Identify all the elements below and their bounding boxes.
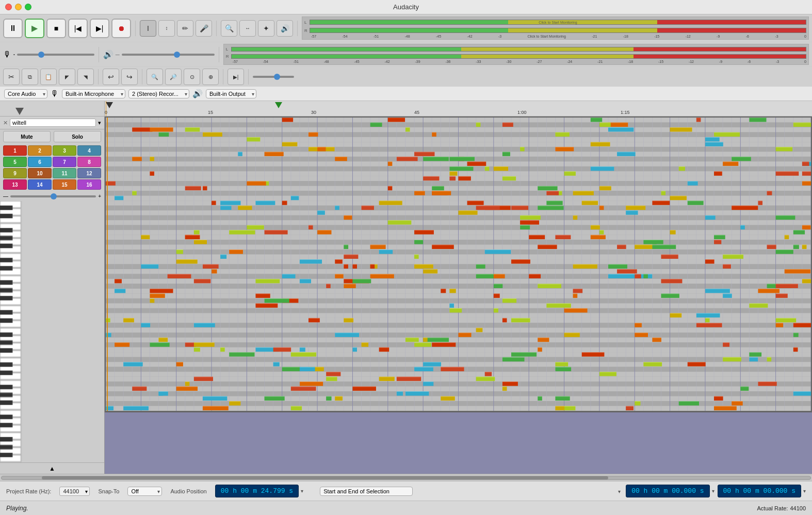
horizontal-scrollbar[interactable] xyxy=(0,474,812,481)
toolbar-row3: ✂ ⧉ 📋 ◤ ◥ ↩ ↪ 🔍 🔎 ⊙ ⊕ ▶| xyxy=(0,67,812,87)
envelope-tool-button[interactable]: ↕ xyxy=(158,20,175,37)
timeline-ruler[interactable]: 0 15 30 45 1:00 1:15 xyxy=(0,101,812,117)
play-speed-slider[interactable] xyxy=(253,76,294,78)
selection-marker[interactable] xyxy=(275,102,282,108)
track-header: ✕ ▾ xyxy=(0,117,104,129)
channel-2-button[interactable]: 2 xyxy=(28,145,52,156)
toolbar-sep-8 xyxy=(223,69,223,85)
velocity-slider[interactable] xyxy=(10,195,96,197)
maximize-button[interactable] xyxy=(25,4,31,10)
record-button[interactable]: ⏺ xyxy=(111,19,131,38)
sel-end-display[interactable]: 00 h 00 m 00.000 s xyxy=(718,485,801,497)
playhead-marker[interactable] xyxy=(106,102,113,108)
channel-8-button[interactable]: 8 xyxy=(77,157,101,167)
sel-start-dropdown[interactable]: ▾ xyxy=(712,488,714,494)
skip-end-button[interactable]: ▶| xyxy=(90,19,109,38)
snap-to-select[interactable]: Off Nearest Prior xyxy=(127,487,162,496)
solo-button[interactable]: Solo xyxy=(54,131,101,142)
redo-icon: ↪ xyxy=(126,73,133,81)
trim-icon: ◤ xyxy=(65,74,69,80)
mic-device-icon: 🎙 xyxy=(51,89,59,98)
vu-playback-bar-L[interactable] xyxy=(231,47,806,52)
mic-tool-button[interactable]: 🎤 xyxy=(196,20,212,37)
multi-tool-button[interactable]: ✦ xyxy=(258,20,274,37)
mute-button[interactable]: Mute xyxy=(3,131,51,142)
track-menu-dropdown[interactable]: ▾ xyxy=(98,120,101,126)
project-rate-label: Project Rate (Hz): xyxy=(6,488,51,494)
input-level-dot: • xyxy=(13,52,15,57)
microphone-icon: 🎤 xyxy=(200,24,208,32)
track-name-input[interactable] xyxy=(10,119,96,127)
undo-button[interactable]: ↩ xyxy=(103,69,119,85)
zoom-fit-icon: ⊕ xyxy=(208,74,213,80)
output-device-select[interactable]: Built-in Output xyxy=(206,89,256,98)
draw-tool-button[interactable]: ✏ xyxy=(177,20,193,37)
channel-3-button[interactable]: 3 xyxy=(53,145,76,156)
fit-h-button[interactable]: ↔ xyxy=(239,20,256,37)
zoom-out-button[interactable]: 🔎 xyxy=(165,69,182,85)
audio-position-display[interactable]: 00 h 00 m 24.799 s xyxy=(215,485,299,497)
pause-button[interactable]: ⏸ xyxy=(3,19,23,38)
ruler-tick-115: 1:15 xyxy=(621,110,630,115)
channel-11-button[interactable]: 11 xyxy=(53,168,76,178)
vu-bar-R[interactable] xyxy=(310,28,806,33)
channel-6-button[interactable]: 6 xyxy=(28,157,52,167)
play-at-speed-button[interactable]: ▶| xyxy=(228,69,244,85)
midi-grid-outer[interactable] xyxy=(105,117,812,412)
midi-canvas[interactable] xyxy=(106,118,811,411)
audio-driver-select[interactable]: Core Audio xyxy=(4,89,47,98)
channel-13-button[interactable]: 13 xyxy=(3,179,27,190)
close-button[interactable] xyxy=(5,4,12,10)
trim-button[interactable]: ◤ xyxy=(59,69,75,85)
channel-1-button[interactable]: 1 xyxy=(3,145,27,156)
silence-button[interactable]: ◥ xyxy=(77,69,94,85)
zoom-selection-button[interactable]: ⊙ xyxy=(184,69,200,85)
zoom-in-button[interactable]: 🔍 xyxy=(147,69,163,85)
window-controls xyxy=(5,4,31,10)
track-close-button[interactable]: ✕ xyxy=(3,120,8,126)
output-device-wrapper: Built-in Output xyxy=(206,89,256,98)
channels-select[interactable]: 2 (Stereo) Recor... xyxy=(128,89,189,98)
vu-playback-bar-R[interactable] xyxy=(231,54,806,59)
vu-row-R: R xyxy=(304,26,806,35)
scrollbar-thumb[interactable] xyxy=(42,476,608,479)
stop-button[interactable]: ■ xyxy=(46,19,66,38)
piano-canvas xyxy=(0,201,104,462)
channel-5-button[interactable]: 5 xyxy=(3,157,27,167)
copy-button[interactable]: ⧉ xyxy=(22,69,38,85)
left-playhead-marker[interactable] xyxy=(15,108,24,115)
speaker-tool-button[interactable]: 🔊 xyxy=(277,20,293,37)
sel-start-display[interactable]: 00 h 00 m 00.000 s xyxy=(626,485,709,497)
scrollbar-track[interactable] xyxy=(1,476,811,480)
play-button[interactable]: ▶ xyxy=(25,19,44,38)
project-rate-select[interactable]: 44100 48000 96000 xyxy=(59,487,90,496)
scroll-up-button[interactable]: ▲ xyxy=(0,462,104,474)
zoom-fit-button[interactable]: ⊕ xyxy=(202,69,219,85)
input-device-select[interactable]: Built-in Microphone xyxy=(62,89,125,98)
speaker-device-icon: 🔊 xyxy=(192,89,203,98)
channel-4-button[interactable]: 4 xyxy=(77,145,101,156)
zoom-tool-button[interactable]: 🔍 xyxy=(221,20,237,37)
vu-bar-L[interactable]: Click to Start Monitoring xyxy=(310,20,806,25)
channel-9-button[interactable]: 9 xyxy=(3,168,27,178)
channel-16-button[interactable]: 16 xyxy=(77,179,101,190)
skip-start-button[interactable]: |◀ xyxy=(68,19,88,38)
minimize-button[interactable] xyxy=(15,4,22,10)
vu-row-L: L Click to Start Monitoring xyxy=(304,18,806,26)
output-level-slider[interactable] xyxy=(122,54,215,56)
actual-rate-value: 44100 xyxy=(790,505,806,511)
input-level-slider[interactable] xyxy=(17,54,94,56)
channel-14-button[interactable]: 14 xyxy=(28,179,52,190)
channel-15-button[interactable]: 15 xyxy=(53,179,76,190)
paste-button[interactable]: 📋 xyxy=(40,69,57,85)
selection-type-select[interactable]: Start and End of Selection Start and Len… xyxy=(320,487,413,496)
sel-end-dropdown[interactable]: ▾ xyxy=(803,488,806,494)
ruler-track-area[interactable]: 0 15 30 45 1:00 1:15 xyxy=(105,101,812,116)
channel-12-button[interactable]: 12 xyxy=(77,168,101,178)
channel-10-button[interactable]: 10 xyxy=(28,168,52,178)
select-tool-button[interactable]: I xyxy=(140,20,156,37)
audio-position-dropdown[interactable]: ▾ xyxy=(301,488,303,494)
cut-button[interactable]: ✂ xyxy=(3,69,20,85)
redo-button[interactable]: ↪ xyxy=(121,69,138,85)
channel-7-button[interactable]: 7 xyxy=(53,157,76,167)
